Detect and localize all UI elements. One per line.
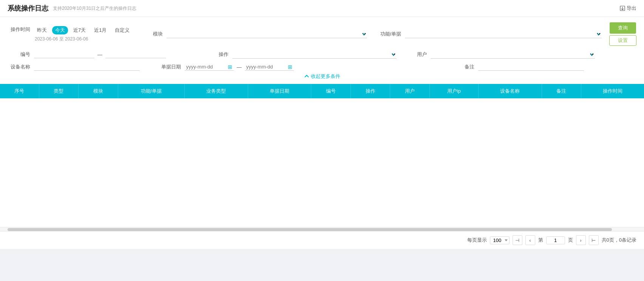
time-buttons: 昨天 今天 近7天 近1月 自定义 [34,26,133,34]
operation-select-wrapper [232,50,397,59]
remark-input[interactable] [478,63,584,71]
date-filter: 单据日期 ⊞ — ⊞ [158,63,445,71]
scrollbar-thumb [8,228,612,231]
col-user: 用户 [390,84,429,98]
device-label: 设备名称 [8,64,34,70]
filter-row-1: 操作时间 昨天 今天 近7天 近1月 自定义 2023-06-06 至 2023… [8,22,636,46]
time-filter-group: 昨天 今天 近7天 近1月 自定义 2023-06-06 至 2023-06-0… [34,26,133,42]
col-biz-type: 业务类型 [185,84,248,98]
page-header: 系统操作日志 支持2020年10月31日之后产生的操作日志 导出 [0,0,644,17]
col-number: 编号 [311,84,351,98]
collapse-bar[interactable]: 收起更多条件 [8,71,636,81]
remark-filter: 备注 [452,63,595,71]
col-remark: 备注 [542,84,581,98]
page-unit-label: 页 [568,237,573,244]
calendar-end-icon[interactable]: ⊞ [288,64,292,70]
export-icon [620,6,625,11]
col-operation: 操作 [351,84,390,98]
time-btn-yesterday[interactable]: 昨天 [34,26,50,34]
user-filter: 用户 [404,50,595,59]
date-end-input[interactable] [245,63,294,71]
date-end-wrapper: ⊞ [245,63,294,71]
module-select[interactable] [167,30,367,38]
table-header: 序号 类型 模块 功能/单据 业务类型 单据日期 编号 操作 用户 用户ip 设… [0,84,644,98]
col-device: 设备名称 [478,84,542,98]
page-title: 系统操作日志 [8,4,48,13]
col-op-time: 操作时间 [581,84,644,98]
device-filter: 设备名称 [8,63,151,71]
table-header-row: 序号 类型 模块 功能/单据 业务类型 单据日期 编号 操作 用户 用户ip 设… [0,84,644,98]
date-start-input[interactable] [185,63,234,71]
number-filter: 编号 — [8,51,198,58]
time-btn-7days[interactable]: 近7天 [70,26,89,34]
user-select-wrapper [431,50,595,59]
collapse-label: 收起更多条件 [311,73,340,80]
empty-area [0,98,644,227]
time-btn-today[interactable]: 今天 [52,26,68,34]
col-user-ip: 用户ip [429,84,478,98]
query-button[interactable]: 查询 [610,22,636,34]
number-input-end[interactable] [105,51,166,58]
collapse-icon [304,75,309,78]
function-select-wrapper [405,30,602,38]
filter-rows: 操作时间 昨天 今天 近7天 近1月 自定义 2023-06-06 至 2023… [8,22,636,71]
last-page-button[interactable]: ⊢ [589,235,599,245]
user-label: 用户 [404,51,431,58]
number-label: 编号 [8,51,34,58]
number-dash: — [94,52,105,57]
user-select[interactable] [431,50,595,59]
action-buttons: 查询 设置 [609,22,636,46]
function-select[interactable] [405,30,602,38]
date-label: 单据日期 [158,64,185,70]
next-page-button[interactable]: › [576,235,586,245]
col-module: 模块 [79,84,118,98]
time-label: 操作时间 [8,26,34,33]
col-date: 单据日期 [248,84,311,98]
operation-label: 操作 [206,51,232,58]
col-type: 类型 [39,84,78,98]
filter-area: 操作时间 昨天 今天 近7天 近1月 自定义 2023-06-06 至 2023… [0,17,644,84]
module-filter: 模块 [140,30,367,38]
operation-select[interactable] [232,50,397,59]
function-label: 功能/单据 [375,31,405,37]
page-number-input[interactable] [546,236,565,244]
page-prefix-label: 第 [538,237,543,244]
horizontal-scrollbar[interactable] [0,227,644,231]
calendar-start-icon[interactable]: ⊞ [228,64,232,70]
prev-page-button[interactable]: ‹ [525,235,535,245]
settings-button[interactable]: 设置 [609,35,636,46]
export-label: 导出 [627,5,636,12]
function-filter: 功能/单据 [375,30,602,38]
time-btn-custom[interactable]: 自定义 [112,26,133,34]
time-btn-1month[interactable]: 近1月 [91,26,110,34]
page-subtitle: 支持2020年10月31日之后产生的操作日志 [53,5,136,12]
number-input-start[interactable] [34,51,94,58]
export-button[interactable]: 导出 [620,5,636,12]
operation-filter: 操作 [206,50,397,59]
filter-row-3: 设备名称 单据日期 ⊞ — ⊞ 备注 [8,63,636,71]
device-input[interactable] [34,63,140,71]
time-filter: 操作时间 昨天 今天 近7天 近1月 自定义 2023-06-06 至 2023… [8,26,133,42]
date-start-wrapper: ⊞ [185,63,234,71]
total-info: 共0页，0条记录 [602,237,636,244]
module-select-wrapper [167,30,367,38]
col-index: 序号 [0,84,39,98]
data-table: 序号 类型 模块 功能/单据 业务类型 单据日期 编号 操作 用户 用户ip 设… [0,84,644,98]
per-page-select[interactable]: 100 50 200 [490,236,510,244]
date-dash: — [234,64,245,70]
remark-label: 备注 [452,64,478,70]
table-container: 序号 类型 模块 功能/单据 业务类型 单据日期 编号 操作 用户 用户ip 设… [0,84,644,227]
module-label: 模块 [140,31,167,37]
first-page-button[interactable]: ⊣ [513,235,522,245]
filter-row-2: 编号 — 操作 用户 [8,50,636,59]
col-function: 功能/单据 [118,84,184,98]
time-range-text: 2023-06-06 至 2023-06-06 [34,36,88,42]
pagination-bar: 每页显示 100 50 200 ⊣ ‹ 第 页 › ⊢ 共0页，0条记录 [0,231,644,249]
per-page-label: 每页显示 [467,237,487,244]
